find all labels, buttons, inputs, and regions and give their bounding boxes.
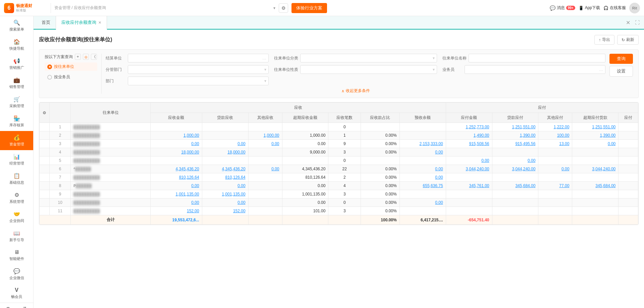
solution-button[interactable]: 体验行业方案 [291,3,327,13]
table-row: 8P██████0.000.000.0040.00%655,636.75345,… [40,182,638,190]
table-row: 11██████████152.00152.00101.0030.00% [40,207,638,215]
sidebar-collapse-btn[interactable]: ⏸ [22,306,28,308]
base-icon: 📋 [13,173,20,179]
filter-label-category: 往来单位分类 [274,55,298,61]
filter-area: 按以下方案查询 + ◎ 《 ★ 按往来单位 [39,49,639,98]
table-row: 10██████████0.000.000.0000.00%0.00 [40,199,638,207]
filter-label-settlement: 结算单位 [106,55,126,61]
col-ar-other: 其他应收 [248,113,282,123]
filter-cell-settlement: 结算单位 … [106,54,269,62]
table-row: 5██████████00.000.00 [40,157,638,165]
app-download[interactable]: 📱 App下载 [579,5,600,11]
operations-icon: 📊 [13,153,20,160]
search-icon: 🔍 [13,19,20,26]
export-button[interactable]: ↑ 导出 [594,35,614,45]
sidebar-item-member[interactable]: V 畅会员 [0,284,33,303]
marketing-icon: 📢 [13,58,20,64]
main-area: 首页 应收应付余额查询 ✕ ✕ ⛶ 应收应付余额查询(按往来单位) ↑ 导出 [34,16,644,308]
group-payable: 应付 [446,103,638,113]
purchase-icon: 🛒 [13,96,20,102]
collapse-more-btn[interactable]: ∧ 收起更多条件 [106,88,605,94]
filter-add-btn[interactable]: + [75,54,81,60]
col-ar-loan: 贷款应收 [202,113,248,123]
sidebar-item-collab[interactable]: 🤝 企业协同 [0,208,33,227]
filter-label-depart: 部门 [106,78,126,84]
filter-input-name[interactable] [469,54,605,62]
sidebar-item-guide[interactable]: 📖 新手引导 [0,227,33,246]
footer-ap-amount: -654,751.40 [446,215,492,225]
footer-label: 合计 [71,215,151,225]
home-icon: 🏠 [13,39,20,45]
message-area[interactable]: 💬 消息 99+ [550,5,575,11]
export-icon: ↑ [599,38,601,42]
sidebar-item-finance[interactable]: 💰 资金管理 [0,131,33,150]
footer-ar-amount: 19,553,472,6... [150,215,202,225]
filter-cell-depart: 部门 ▾ [106,77,269,85]
finance-icon: 💰 [13,134,20,141]
filter-label-nature: 往来单位性质 [274,67,298,73]
filter-input-salesperson[interactable]: … [465,65,605,74]
col-ar-count: 应收笔数 [328,113,361,123]
col-ap-amount: 应付金额 [446,113,492,123]
set-button[interactable]: 设置 [609,66,633,77]
sidebar-item-inventory[interactable]: 🏪 库存核算 [0,112,33,131]
query-button[interactable]: 查询 [609,54,633,64]
filter-cell-dept: 分管部门 ▾ [106,65,269,74]
logo-icon: 6 [4,3,14,13]
refresh-button[interactable]: ↻ 刷新 [617,35,639,45]
online-service[interactable]: 🎧 在线客服 [603,5,626,11]
window-close-icon[interactable]: ✕ [624,18,632,27]
tab-close-icon[interactable]: ✕ [98,20,101,25]
sidebar-item-wechat[interactable]: 💬 企业微信 [0,265,33,284]
group-receivable: 应收 [150,103,446,113]
sidebar-item-base[interactable]: 📋 基础信息 [0,169,33,188]
table-wrapper: ⚙ 往来单位 应收 应付 应收金额 贷款应收 其他应收 超期应收金额 [39,102,639,225]
table-row: 2██████████1,000.001,000.001,000.0010.00… [40,131,638,140]
hardware-icon: 🖥 [14,249,19,255]
sidebar-item-nav[interactable]: 🏠 快捷导航 [0,35,33,54]
col-ar-overdue: 超期应收金额 [282,113,328,123]
filter-input-settlement[interactable]: … [128,54,269,62]
sidebar-item-sales[interactable]: 💼 销售管理 [0,74,33,93]
filter-cell-nature: 往来单位性质 ▾ [274,65,437,74]
col-settings[interactable]: ⚙ [40,103,50,123]
dropdown-arrow-icon[interactable]: ▾ [273,6,275,10]
sidebar-item-purchase[interactable]: 🛒 采购管理 [0,93,33,112]
filter-select-depart[interactable]: ▾ [128,77,269,85]
filter-select-category[interactable]: ▾ [300,54,437,62]
message-badge: 99+ [566,6,575,10]
collab-icon: 🤝 [13,211,20,217]
sidebar-item-system[interactable]: ⚙ 系统管理 [0,188,33,208]
wechat-icon: 💬 [13,268,20,274]
settings-icon[interactable]: ⚙ [279,3,288,13]
tab-query[interactable]: 应收应付余额查询 ✕ [56,16,107,30]
filter-radio-partner[interactable]: ★ 按往来单位 [45,62,97,71]
col-ap-other: 其他应付 [538,113,572,123]
window-expand-icon[interactable]: ⛶ [633,18,641,27]
filter-cell-name: 往来单位名称 [442,54,605,62]
sidebar-item-hardware[interactable]: 🖥 智能硬件 [0,246,33,265]
page-content: 应收应付余额查询(按往来单位) ↑ 导出 ↻ 刷新 [34,30,644,308]
inventory-icon: 🏪 [13,115,20,122]
filter-target-btn[interactable]: ◎ [83,54,89,60]
system-icon: ⚙ [14,192,19,198]
table-row: 1██████████01,252,773.001,251,551.001,22… [40,123,638,131]
sidebar-settings-btn[interactable]: ⚙ [5,306,11,308]
sidebar-item-marketing[interactable]: 📢 营销推广 [0,54,33,74]
tab-home[interactable]: 首页 [36,16,56,29]
sidebar-item-search[interactable]: 🔍 搜索菜单 [0,16,33,35]
sidebar-item-operations[interactable]: 📊 经营管理 [0,150,33,169]
filter-cell-category: 往来单位分类 ▾ [274,54,437,62]
guide-icon: 📖 [13,230,20,236]
filter-select-nature[interactable]: ▾ [300,65,437,74]
filter-radio-salesperson[interactable]: 按业务员 [45,73,97,81]
filter-select-dept[interactable]: ▾ [128,65,269,74]
footer-ar-ratio: 100.00% [361,215,400,225]
table-row: 9██████████1,001,135.001,001,135.001,001… [40,190,638,199]
filter-label: 按以下方案查询 [45,54,73,60]
filter-collapse-left-btn[interactable]: 《 [91,54,97,60]
col-ar-prepay: 预收余额 [399,113,446,123]
user-avatar[interactable]: Rit [629,3,640,13]
tab-bar: 首页 应收应付余额查询 ✕ ✕ ⛶ [34,16,644,30]
logo-text: 畅捷通财 标准版 [16,3,32,12]
